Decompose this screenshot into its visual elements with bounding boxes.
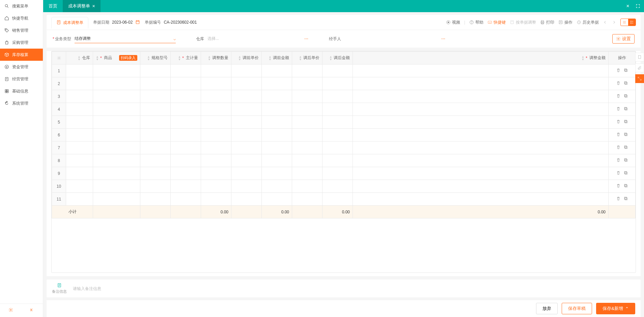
svg-rect-8 (5, 89, 6, 91)
col-spec[interactable]: ▲▼规格型号 (140, 52, 171, 64)
calendar-icon[interactable] (135, 20, 140, 25)
svg-rect-24 (488, 21, 492, 24)
discard-button[interactable]: 放弃 (536, 303, 558, 314)
more-icon[interactable]: ⋯ (441, 36, 446, 41)
table-row[interactable]: 1 (52, 64, 636, 77)
history-button[interactable]: 历史单据 (577, 20, 599, 25)
table-row[interactable]: 2 (52, 77, 636, 90)
table-row[interactable]: 7 (52, 141, 636, 154)
biz-type-select[interactable]: 结存调整 ⌵ (75, 34, 176, 43)
more-icon[interactable]: ⋯ (304, 36, 309, 41)
gear-icon[interactable] (8, 308, 13, 313)
copy-row-icon[interactable] (623, 68, 628, 73)
tab-home[interactable]: 首页 (43, 0, 63, 12)
footer-actions: 放弃 保存草稿 保存&新增 ⌃ (47, 300, 641, 317)
sidebar-item-system[interactable]: 系统管理 (0, 97, 43, 109)
warehouse-select[interactable]: 选择... ⋯ (207, 34, 309, 43)
col-adj-amount[interactable]: ▲▼*调整金额 (353, 52, 609, 64)
sidebar-item-funds[interactable]: 资金管理 (0, 61, 43, 73)
col-pre-amount[interactable]: ▲▼调前金额 (262, 52, 292, 64)
sidebar-item-sales[interactable]: 销售管理 (0, 24, 43, 36)
operate-button[interactable]: 操作 (558, 20, 572, 25)
prev-button[interactable] (603, 20, 608, 25)
copy-row-icon[interactable] (623, 158, 628, 162)
delete-row-icon[interactable] (616, 106, 621, 111)
table-row[interactable]: 10 (52, 180, 636, 193)
table-row[interactable]: 5 (52, 116, 636, 129)
copy-row-icon[interactable] (623, 145, 628, 150)
tab-close-button[interactable]: ✕ (624, 3, 631, 9)
delete-row-icon[interactable] (616, 132, 621, 137)
handler-select[interactable]: ⋯ (344, 35, 446, 43)
copy-row-icon[interactable] (623, 119, 628, 124)
svg-rect-52 (625, 108, 627, 110)
rail-note-icon[interactable] (635, 53, 644, 61)
tab-cost-adjust[interactable]: 成本调整单 ✕ (63, 0, 101, 12)
delete-row-icon[interactable] (616, 119, 621, 124)
svg-rect-63 (624, 171, 626, 174)
delete-row-icon[interactable] (616, 170, 621, 175)
col-config[interactable] (52, 52, 66, 64)
copy-row-icon[interactable] (623, 81, 628, 85)
close-icon[interactable]: ✕ (92, 4, 95, 8)
rail-expand-icon[interactable] (635, 74, 644, 83)
table-row[interactable]: 9 (52, 167, 636, 180)
rotate-icon (4, 101, 9, 106)
shortcut-button[interactable]: 快捷键 (487, 20, 506, 25)
col-adj-qty[interactable]: ▲▼调整数量 (201, 52, 231, 64)
copy-row-icon[interactable] (623, 196, 628, 201)
money-icon (4, 64, 9, 70)
remark-input[interactable] (73, 286, 635, 291)
sidebar-item-business[interactable]: 经营管理 (0, 73, 43, 85)
chevron-up-icon: ⌃ (625, 306, 629, 311)
delete-row-icon[interactable] (616, 158, 621, 162)
col-pre-price[interactable]: ▲▼调前单价 (231, 52, 262, 64)
copy-row-icon[interactable] (623, 106, 628, 111)
delete-row-icon[interactable] (616, 196, 621, 201)
scan-badge[interactable]: 扫码录入 (119, 55, 137, 61)
copy-row-icon[interactable] (623, 94, 628, 98)
delete-row-icon[interactable] (616, 68, 621, 73)
col-warehouse[interactable]: ▲▼仓库 (66, 52, 93, 64)
delete-row-icon[interactable] (616, 183, 621, 188)
table-row[interactable]: 6 (52, 129, 636, 141)
table-row[interactable]: 11 (52, 193, 636, 206)
help-button[interactable]: 帮助 (469, 20, 483, 25)
doc-header: 成本调整单 单据日期 2023-06-02 单据编号 CA-20230602-0… (47, 15, 641, 30)
fullscreen-icon[interactable] (635, 3, 641, 9)
delete-row-icon[interactable] (616, 94, 621, 98)
table-row[interactable]: 3 (52, 90, 636, 103)
col-post-price[interactable]: ▲▼调后单价 (292, 52, 323, 64)
svg-rect-17 (136, 20, 139, 23)
print-button[interactable]: 打印 (540, 20, 554, 25)
save-new-button[interactable]: 保存&新增 ⌃ (596, 303, 635, 314)
next-button[interactable] (612, 20, 616, 25)
svg-rect-51 (624, 95, 626, 97)
sidebar-item-search[interactable]: 搜索菜单 (0, 0, 43, 12)
sidebar-item-quicknav[interactable]: 快捷导航 (0, 12, 43, 24)
svg-point-0 (5, 4, 7, 7)
view-list-button[interactable] (621, 19, 628, 26)
col-main-qty[interactable]: ▲▼*主计量 (171, 52, 201, 64)
copy-row-icon[interactable] (623, 132, 628, 137)
sidebar-item-inventory[interactable]: 库存核算 (0, 49, 43, 61)
settings-button[interactable]: 设置 (612, 34, 635, 44)
rail-attach-icon[interactable] (635, 63, 644, 72)
data-table: ▲▼仓库 ▲▼*商品扫码录入 ▲▼规格型号 ▲▼*主计量 ▲▼调整数量 ▲▼调前… (52, 51, 636, 218)
table-row[interactable]: 8 (52, 154, 636, 167)
delete-row-icon[interactable] (616, 81, 621, 85)
copy-row-icon[interactable] (623, 170, 628, 175)
video-button[interactable]: 视频 (446, 20, 460, 25)
view-detail-button[interactable] (628, 19, 636, 26)
delete-row-icon[interactable] (616, 145, 621, 150)
table-row[interactable]: 4 (52, 103, 636, 116)
handler-label: 经手人 (329, 36, 341, 42)
doc-date-value[interactable]: 2023-06-02 (112, 20, 133, 25)
copy-row-icon[interactable] (623, 183, 628, 188)
sidebar-item-basic[interactable]: 基础信息 (0, 85, 43, 97)
collapse-icon[interactable] (30, 308, 34, 313)
col-product[interactable]: ▲▼*商品扫码录入 (93, 52, 140, 64)
save-draft-button[interactable]: 保存草稿 (562, 303, 592, 314)
sidebar-item-purchase[interactable]: 采购管理 (0, 36, 43, 49)
col-post-amount[interactable]: ▲▼调后金额 (323, 52, 353, 64)
